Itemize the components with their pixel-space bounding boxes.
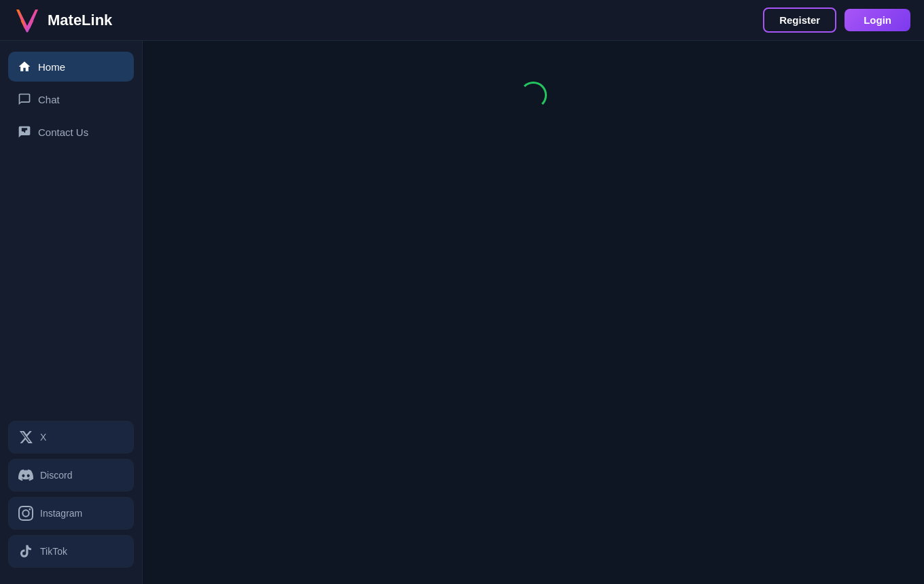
sidebar-item-home-label: Home (38, 61, 65, 73)
contact-icon (18, 125, 31, 139)
social-item-tiktok-label: TikTok (40, 546, 67, 557)
loading-spinner (520, 82, 547, 109)
sidebar-item-chat[interactable]: Chat (8, 84, 134, 114)
sidebar-socials: X Discord Instagram Tik (8, 421, 134, 573)
logo-text: MateLink (48, 12, 112, 29)
body-layout: Home Chat Contact Us (0, 41, 924, 584)
tiktok-icon (18, 544, 33, 559)
sidebar-item-contact-label: Contact Us (38, 126, 88, 138)
social-item-tiktok[interactable]: TikTok (8, 535, 134, 568)
x-icon (18, 430, 33, 445)
instagram-icon (18, 506, 33, 521)
app-header: MateLink Register Login (0, 0, 924, 41)
home-icon (18, 60, 31, 73)
sidebar-item-home[interactable]: Home (8, 52, 134, 82)
discord-icon (18, 468, 33, 483)
logo-icon (14, 7, 41, 34)
social-item-discord-label: Discord (40, 470, 72, 481)
chat-icon (18, 92, 31, 106)
header-actions: Register Login (763, 7, 910, 33)
social-item-x-label: X (40, 432, 46, 443)
loading-spinner-container (520, 82, 547, 109)
main-content (143, 41, 924, 584)
social-item-instagram[interactable]: Instagram (8, 497, 134, 530)
sidebar-nav: Home Chat Contact Us (8, 52, 134, 421)
login-button[interactable]: Login (845, 9, 910, 31)
sidebar-item-contact[interactable]: Contact Us (8, 117, 134, 147)
sidebar-item-chat-label: Chat (38, 94, 60, 105)
register-button[interactable]: Register (763, 7, 836, 33)
sidebar: Home Chat Contact Us (0, 41, 143, 584)
logo[interactable]: MateLink (14, 7, 112, 34)
social-item-x[interactable]: X (8, 421, 134, 453)
social-item-instagram-label: Instagram (40, 508, 82, 519)
social-item-discord[interactable]: Discord (8, 459, 134, 492)
